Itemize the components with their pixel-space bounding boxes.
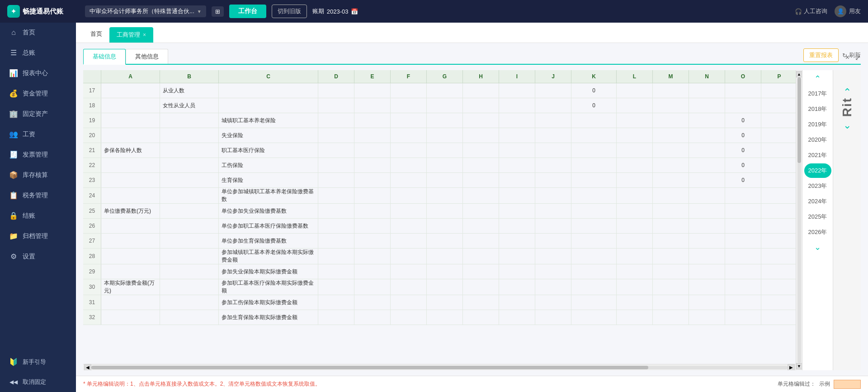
- tab-home[interactable]: 首页: [83, 26, 109, 43]
- grid-cell[interactable]: [535, 204, 571, 218]
- grid-cell[interactable]: [725, 83, 761, 98]
- grid-cell[interactable]: [653, 173, 689, 187]
- grid-cell[interactable]: 单位参加城镇职工基本养老保险缴费基数: [219, 188, 318, 203]
- grid-cell[interactable]: [617, 295, 653, 310]
- grid-cell[interactable]: [689, 204, 725, 218]
- grid-cell[interactable]: 0: [571, 98, 617, 113]
- grid-cell[interactable]: [463, 264, 499, 279]
- grid-cell[interactable]: [689, 188, 725, 203]
- grid-cell[interactable]: [160, 143, 219, 158]
- grid-cell[interactable]: [653, 113, 689, 128]
- v-scroll-track[interactable]: [797, 77, 801, 363]
- grid-cell[interactable]: [725, 310, 761, 325]
- grid-cell[interactable]: 生育保险: [219, 173, 318, 187]
- grid-cell[interactable]: [571, 173, 617, 187]
- grid-cell[interactable]: 0: [725, 173, 761, 187]
- grid-cell[interactable]: [761, 234, 796, 248]
- grid-cell[interactable]: [761, 204, 796, 218]
- grid-cell[interactable]: [499, 219, 535, 233]
- sidebar-item-inventory[interactable]: 📦 库存核算: [0, 165, 76, 185]
- grid-cell[interactable]: [617, 128, 653, 143]
- grid-cell[interactable]: [101, 295, 160, 310]
- grid-cell[interactable]: [160, 173, 219, 187]
- grid-cell[interactable]: [160, 310, 219, 325]
- year-item[interactable]: 2018年: [804, 102, 831, 116]
- grid-cell[interactable]: [725, 98, 761, 113]
- grid-cell[interactable]: [318, 204, 354, 218]
- grid-cell[interactable]: [391, 249, 427, 264]
- grid-cell[interactable]: [535, 83, 571, 98]
- col-header-G[interactable]: G: [427, 70, 463, 83]
- grid-cell[interactable]: [391, 188, 427, 203]
- grid-cell[interactable]: [499, 83, 535, 98]
- grid-cell[interactable]: [499, 113, 535, 128]
- grid-cell[interactable]: [617, 249, 653, 264]
- grid-cell[interactable]: [160, 264, 219, 279]
- grid-cell[interactable]: [391, 173, 427, 187]
- grid-cell[interactable]: [761, 158, 796, 172]
- grid-cell[interactable]: [499, 310, 535, 325]
- grid-cell[interactable]: [535, 188, 571, 203]
- grid-cell[interactable]: [160, 295, 219, 310]
- grid-cell[interactable]: [761, 310, 796, 325]
- grid-cell[interactable]: [725, 188, 761, 203]
- col-header-A[interactable]: A: [101, 70, 160, 83]
- grid-cell[interactable]: [101, 128, 160, 143]
- grid-cell[interactable]: [463, 219, 499, 233]
- col-header-K[interactable]: K: [571, 70, 617, 83]
- grid-cell[interactable]: [653, 234, 689, 248]
- grid-cell[interactable]: [499, 204, 535, 218]
- sidebar-item-archive[interactable]: 📁 归档管理: [0, 226, 76, 246]
- year-down-arrow[interactable]: ⌄: [812, 240, 823, 254]
- grid-cell[interactable]: [499, 188, 535, 203]
- grid-cell[interactable]: [499, 234, 535, 248]
- grid-cell[interactable]: 从业人数: [160, 83, 219, 98]
- grid-cell[interactable]: [427, 295, 463, 310]
- grid-cell[interactable]: [761, 264, 796, 279]
- grid-cell[interactable]: [427, 98, 463, 113]
- grid-cell[interactable]: [761, 249, 796, 264]
- col-header-M[interactable]: M: [653, 70, 689, 83]
- grid-cell[interactable]: [463, 310, 499, 325]
- sidebar-item-unpin[interactable]: ◀◀ 取消固定: [0, 372, 76, 392]
- grid-cell[interactable]: [101, 98, 160, 113]
- grid-cell[interactable]: [535, 279, 571, 295]
- grid-cell[interactable]: [427, 219, 463, 233]
- grid-cell[interactable]: 参加失业保险本期实际缴费金额: [219, 264, 318, 279]
- year-item[interactable]: 2023年: [804, 179, 831, 193]
- grid-cell[interactable]: [617, 234, 653, 248]
- grid-cell[interactable]: [617, 143, 653, 158]
- grid-cell[interactable]: [463, 234, 499, 248]
- grid-cell[interactable]: [463, 249, 499, 264]
- grid-cell[interactable]: [761, 188, 796, 203]
- grid-cell[interactable]: [689, 295, 725, 310]
- grid-cell[interactable]: [354, 188, 391, 203]
- grid-cell[interactable]: [427, 188, 463, 203]
- grid-cell[interactable]: 参保各险种人数: [101, 143, 160, 158]
- grid-cell[interactable]: [354, 249, 391, 264]
- sidebar-item-close[interactable]: 🔒 结账: [0, 206, 76, 226]
- grid-cell[interactable]: [761, 83, 796, 98]
- grid-cell[interactable]: [160, 219, 219, 233]
- grid-cell[interactable]: [725, 204, 761, 218]
- sidebar-item-newbie[interactable]: 🔰 新手引导: [0, 352, 76, 372]
- vertical-scrollbar[interactable]: ▲ ▼: [796, 70, 802, 370]
- grid-cell[interactable]: [653, 204, 689, 218]
- grid-cell[interactable]: [318, 264, 354, 279]
- year-item[interactable]: 2020年: [804, 133, 831, 147]
- sub-tab-basic[interactable]: 基础信息: [83, 49, 126, 65]
- grid-cell[interactable]: [689, 279, 725, 295]
- grid-cell[interactable]: [463, 128, 499, 143]
- grid-cell[interactable]: [391, 98, 427, 113]
- grid-cell[interactable]: [571, 158, 617, 172]
- grid-cell[interactable]: [318, 128, 354, 143]
- grid-cell[interactable]: [318, 113, 354, 128]
- sidebar-item-ledger[interactable]: ☰ 总账: [0, 43, 76, 63]
- grid-cell[interactable]: [463, 279, 499, 295]
- old-version-button[interactable]: 切到旧版: [272, 5, 307, 18]
- h-scroll-left-btn[interactable]: ◀: [84, 364, 91, 371]
- grid-cell[interactable]: [427, 158, 463, 172]
- grid-cell[interactable]: [689, 310, 725, 325]
- grid-cell[interactable]: [318, 98, 354, 113]
- year-item[interactable]: 2017年: [804, 86, 831, 101]
